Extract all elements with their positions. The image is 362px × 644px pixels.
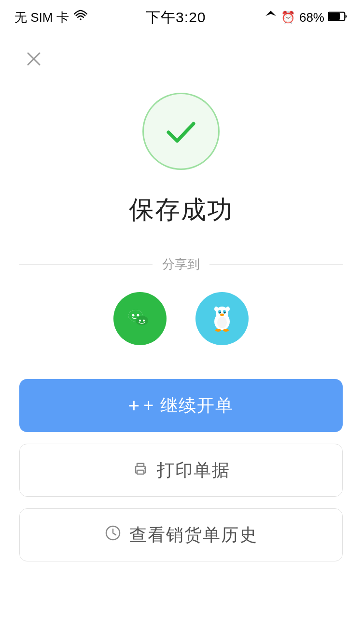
svg-point-9 [137, 314, 139, 317]
svg-point-23 [214, 307, 218, 311]
svg-point-21 [223, 329, 229, 332]
status-right: ⏰ 68% [265, 10, 348, 26]
status-left: 无 SIM 卡 [14, 9, 87, 26]
success-icon-circle [142, 93, 220, 170]
history-label: 查看销货单历史 [129, 523, 258, 547]
share-section: 分享到 [19, 256, 343, 345]
svg-rect-26 [137, 470, 144, 474]
print-icon [132, 460, 149, 481]
share-divider: 分享到 [19, 256, 343, 273]
svg-rect-2 [329, 13, 340, 19]
success-title: 保存成功 [129, 193, 233, 227]
svg-point-11 [139, 320, 141, 322]
svg-point-19 [220, 314, 224, 316]
svg-point-24 [226, 307, 230, 311]
svg-point-18 [224, 312, 226, 313]
plus-icon: + [128, 396, 140, 415]
wifi-icon [74, 9, 87, 26]
svg-point-17 [220, 312, 221, 313]
svg-point-10 [136, 316, 148, 325]
alarm-icon: ⏰ [281, 11, 295, 24]
qq-share-button[interactable] [195, 292, 249, 345]
share-label: 分享到 [153, 256, 209, 273]
carrier-text: 无 SIM 卡 [14, 9, 69, 26]
action-buttons: + + 继续开单 打印单据 查看销货单历史 [19, 379, 343, 561]
svg-point-20 [215, 329, 221, 332]
svg-point-27 [144, 467, 146, 469]
svg-point-12 [143, 320, 145, 322]
print-label: 打印单据 [157, 459, 230, 482]
status-time: 下午3:20 [146, 8, 206, 28]
share-icons [19, 292, 343, 345]
battery-percent: 68% [299, 10, 324, 25]
wechat-share-button[interactable] [113, 292, 167, 345]
status-bar: 无 SIM 卡 下午3:20 ⏰ 68% [0, 0, 362, 35]
continue-button[interactable]: + + 继续开单 [19, 379, 343, 432]
print-button[interactable]: 打印单据 [19, 444, 343, 497]
svg-point-0 [80, 18, 82, 20]
location-icon [265, 10, 277, 26]
continue-label: + 继续开单 [143, 394, 234, 418]
svg-point-8 [132, 314, 135, 317]
history-button[interactable]: 查看销货单历史 [19, 508, 343, 561]
svg-point-22 [217, 317, 227, 328]
main-content: 保存成功 分享到 [0, 73, 362, 561]
clock-icon [104, 524, 122, 546]
close-button[interactable] [19, 44, 48, 73]
battery-icon [328, 10, 348, 25]
